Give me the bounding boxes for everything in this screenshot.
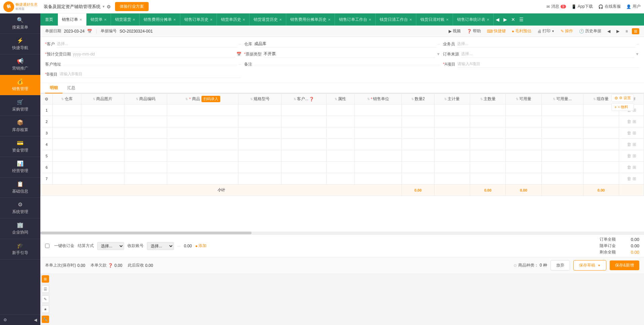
row-product-4[interactable] — [167, 139, 238, 150]
row-product-5[interactable] — [167, 150, 238, 162]
app-download-btn[interactable]: 📱 App下载 — [571, 4, 593, 9]
row-main-unit-2[interactable] — [434, 116, 470, 127]
row-copy-icon-4[interactable]: ⊞ — [633, 142, 636, 147]
tab-sales-refund-close[interactable]: ✕ — [132, 18, 135, 22]
tab-sales-expense-split-history[interactable]: 销售费用分摊单历史 ✕ — [286, 13, 335, 26]
row-main-qty-1[interactable] — [470, 105, 505, 116]
row-qty2-1[interactable] — [402, 105, 434, 116]
row-qty2-7[interactable] — [402, 173, 434, 185]
sidebar-item-purchase[interactable]: 🛒 采购管理 — [0, 95, 40, 116]
row-qty2-4[interactable] — [402, 139, 434, 150]
row-copy-icon-3[interactable]: ⊞ — [633, 130, 636, 135]
system-settings-icon[interactable]: ⚙ — [107, 4, 111, 9]
sidebar-item-search[interactable]: 🔍 搜索菜单 — [0, 13, 40, 34]
tab-sales-order-close[interactable]: ✕ — [79, 18, 82, 22]
save-new-btn[interactable]: 保存&新增 — [610, 260, 639, 270]
row-sales-unit-7[interactable] — [355, 173, 402, 185]
sidebar-item-quick-nav[interactable]: ⚡ 快捷导航 — [0, 34, 40, 54]
row-spec-4[interactable] — [238, 139, 281, 150]
row-warehouse-3[interactable] — [53, 127, 81, 139]
add-material-float-btn[interactable]: + + 物料 — [611, 103, 634, 111]
salesman-dots-icon[interactable]: ··· — [637, 42, 639, 46]
th-gear[interactable]: ⚙ — [41, 94, 53, 105]
tab-sales-order-history-close[interactable]: ✕ — [210, 18, 213, 22]
row-customer-code-4[interactable] — [281, 139, 326, 150]
tab-sales-expense-split[interactable]: 销售费用分摊单 ✕ — [140, 13, 180, 26]
row-customer-code-5[interactable] — [281, 150, 326, 162]
row-spec-6[interactable] — [238, 162, 281, 173]
tab-sales-refund-history-close[interactable]: ✕ — [279, 18, 282, 22]
row-main-qty-7[interactable] — [470, 173, 505, 185]
project-b-input[interactable]: 请输入B项目 — [60, 71, 241, 78]
row-attributes-7[interactable] — [326, 173, 355, 185]
payment-method-select[interactable]: 选择... — [97, 242, 124, 250]
detail-tab-detail[interactable]: 明细 — [45, 83, 63, 93]
row-sales-unit-4[interactable] — [355, 139, 402, 150]
op-btn[interactable]: ✎ 操作 — [559, 28, 575, 35]
row-main-unit-3[interactable] — [434, 127, 470, 139]
tab-sales-stats-close[interactable]: ✕ — [487, 18, 489, 22]
sidebar-item-sales[interactable]: 💰 销售管理 — [0, 75, 40, 95]
salesman-input[interactable]: 选择... — [457, 40, 635, 48]
tab-sales-return-history-close[interactable]: ✕ — [242, 18, 245, 22]
invoice-type-arrow-icon[interactable]: ▼ — [436, 52, 440, 56]
tab-sales-refund-history[interactable]: 销货退货历史 ✕ — [250, 13, 286, 26]
row-attributes-5[interactable] — [326, 150, 355, 162]
row-customer-code-6[interactable] — [281, 162, 326, 173]
row-main-unit-5[interactable] — [434, 150, 470, 162]
row-spec-7[interactable] — [238, 173, 281, 185]
delivery-date-cal-icon[interactable]: 📅 — [236, 52, 241, 56]
tab-sales-refund[interactable]: 销货退货 ✕ — [111, 13, 140, 26]
row-main-unit-4[interactable] — [434, 139, 470, 150]
tab-close-all-btn[interactable]: ✕ — [509, 13, 517, 26]
scrollbar-thumb[interactable] — [40, 232, 252, 234]
tab-sales-expense-split-history-close[interactable]: ✕ — [328, 18, 331, 22]
row-product-code-6[interactable] — [124, 162, 167, 173]
tab-cash-reconcile[interactable]: 钱货日清对账 ✕ — [416, 13, 453, 26]
row-customer-code-2[interactable] — [281, 116, 326, 127]
industry-btn[interactable]: 体验行业方案 — [115, 2, 149, 11]
right-panel-btn-4[interactable]: ★ — [42, 306, 49, 313]
discard-btn[interactable]: 放弃 — [551, 260, 570, 271]
row-product-3[interactable] — [167, 127, 238, 139]
current-debt-help-icon[interactable]: ❓ — [108, 263, 113, 268]
row-attributes-4[interactable] — [326, 139, 355, 150]
one-click-deposit-checkbox[interactable] — [45, 244, 49, 248]
row-product-1[interactable] — [167, 105, 238, 116]
row-main-unit-7[interactable] — [434, 173, 470, 185]
tab-sales-return-close[interactable]: ✕ — [104, 18, 107, 22]
shortcut-btn[interactable]: ⌨ 快捷键 — [485, 28, 508, 35]
row-warehouse-6[interactable] — [53, 162, 81, 173]
sidebar-item-system[interactable]: ⚙ 系统管理 — [0, 198, 40, 218]
detail-tab-summary[interactable]: 汇总 — [63, 83, 80, 93]
online-service-btn[interactable]: 🎧 在线客服 — [598, 4, 621, 9]
row-delete-icon-6[interactable]: 🗑 — [627, 165, 631, 170]
row-copy-icon-7[interactable]: ⊞ — [633, 176, 636, 181]
nav-prev-btn[interactable]: ◀ — [605, 28, 612, 34]
tab-sales-return[interactable]: 销货单 ✕ — [86, 13, 111, 26]
customer-address-input[interactable] — [63, 64, 237, 65]
project-a-input[interactable]: 请输入A项目 — [457, 60, 639, 68]
tab-prev-btn[interactable]: ◀ — [494, 13, 501, 26]
user-btn[interactable]: 👤 用户 — [626, 4, 641, 9]
row-main-qty-3[interactable] — [470, 127, 505, 139]
sidebar-item-inventory[interactable]: 📦 库存核算 — [0, 116, 40, 136]
tab-menu-btn[interactable]: ☰ — [517, 13, 526, 26]
row-qty2-3[interactable] — [402, 127, 434, 139]
row-product-code-2[interactable] — [124, 116, 167, 127]
tab-sales-return-history[interactable]: 销货单历史 ✕ — [217, 13, 250, 26]
add-btn[interactable]: ● 添加 — [195, 243, 206, 249]
save-draft-btn[interactable]: 保存草稿 ▼ — [573, 260, 606, 271]
row-qty2-5[interactable] — [402, 150, 434, 162]
sidebar-settings-icon[interactable]: ⚙ — [3, 318, 7, 322]
row-copy-icon-2[interactable]: ⊞ — [633, 119, 636, 124]
list-view-btn[interactable]: ≡ — [623, 28, 630, 34]
row-main-qty-5[interactable] — [470, 150, 505, 162]
row-customer-code-7[interactable] — [281, 173, 326, 185]
sidebar-collapse-icon[interactable]: ◀ — [34, 318, 37, 322]
row-delete-icon-5[interactable]: 🗑 — [627, 153, 631, 158]
date-value[interactable]: 2023-03-24 — [64, 29, 84, 34]
row-main-unit-6[interactable] — [434, 162, 470, 173]
tab-sales-stats[interactable]: 销售订单统计表 ✕ — [453, 13, 494, 26]
row-warehouse-7[interactable] — [53, 173, 81, 185]
